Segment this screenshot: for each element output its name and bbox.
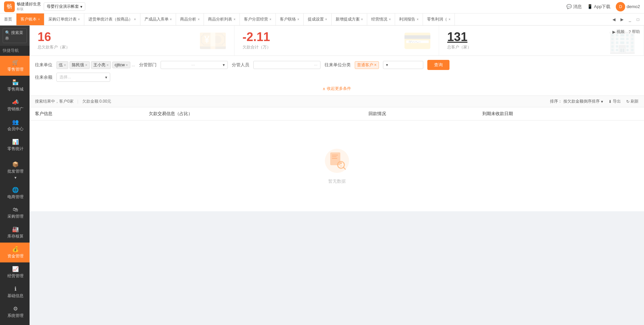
sidebar-item-retail-mgmt[interactable]: 🛒 零售管理	[0, 56, 30, 76]
video-btn[interactable]: ▶ 视频	[612, 29, 625, 35]
tab-product-analysis-list-close[interactable]: ×	[233, 17, 235, 21]
filter-tag-wang-remove[interactable]: ×	[106, 63, 109, 67]
tab-customer-contact[interactable]: 客户联络 ×	[276, 13, 304, 25]
sidebar-item-member[interactable]: 👥 会员中心	[0, 115, 30, 135]
user-name: demo2	[627, 4, 640, 9]
empty-state: 暂无数据	[30, 120, 644, 211]
logo-icon: 畅	[4, 1, 15, 12]
tab-customer-segment-close[interactable]: ×	[269, 17, 271, 21]
sidebar-item-enterprise-coop[interactable]: 🤝 企业协同	[0, 322, 30, 325]
filter-tag-cjttcw[interactable]: cjttcw ×	[112, 62, 130, 68]
sort-select[interactable]: 排序： 按欠款金额倒序排序 ▾	[550, 99, 603, 104]
sidebar-item-retail-mall[interactable]: 🏪 零售商城	[0, 76, 30, 96]
tab-purchase-stats-close[interactable]: ×	[134, 17, 136, 21]
tab-customer-contact-close[interactable]: ×	[297, 17, 299, 21]
filter-tag-wang[interactable]: 王小亮 ×	[91, 61, 111, 69]
category-select[interactable]: ▾	[383, 61, 423, 69]
filter-tag-wu[interactable]: 伍 ×	[56, 61, 68, 69]
sidebar-item-wholesale[interactable]: 📦 批发管理 ▾	[0, 158, 30, 183]
category-tag-remove[interactable]: ×	[374, 63, 377, 67]
tab-product-analysis-label: 商品分析	[180, 16, 196, 22]
stat-customers-bg-icon: 💴	[198, 27, 227, 55]
category-tag-normal[interactable]: 普通客户 ×	[355, 61, 379, 69]
tab-purchase-order-close[interactable]: ×	[78, 17, 80, 21]
system-icon: ⚙	[13, 305, 18, 312]
stat-total-debt-value: -2.11	[243, 31, 271, 43]
filter-tag-chen[interactable]: 陈民强 ×	[70, 61, 89, 69]
retail-stats-icon: 📊	[12, 139, 19, 145]
balance-select-placeholder: 选择...	[59, 74, 71, 80]
help-btn[interactable]: ? 帮助	[629, 29, 640, 35]
collapse-btn[interactable]: ∧ 收起更多条件	[35, 84, 639, 93]
sidebar-item-system[interactable]: ⚙ 系统管理	[0, 302, 30, 322]
sidebar-quick-nav[interactable]: 快捷导航	[0, 46, 30, 56]
sidebar-item-operations-mgmt[interactable]: 📈 经营管理	[0, 262, 30, 282]
sidebar-item-marketing[interactable]: 📣 营销推广	[0, 96, 30, 115]
tab-customer-book[interactable]: 客户账本 ×	[16, 13, 44, 25]
filter-tag-wu-remove[interactable]: ×	[64, 63, 66, 67]
table-header: 客户信息 欠款交易信息（占比） 回款情况 到期未收款日期	[30, 107, 644, 120]
operations-mgmt-icon: 📈	[12, 266, 19, 272]
stat-total-debt-label: 欠款合计（万）	[243, 44, 271, 50]
tab-operations-close[interactable]: ×	[389, 17, 391, 21]
tab-product-in[interactable]: 产成品入库单 ×	[140, 13, 176, 25]
account-selector[interactable]: 母婴行业演示帐套 ▾	[44, 2, 85, 11]
sidebar-item-finance[interactable]: 💰 资金管理	[0, 243, 30, 262]
empty-text: 暂无数据	[328, 178, 346, 184]
export-label: 导出	[613, 99, 621, 104]
tab-retail-profit-close[interactable]: ×	[448, 17, 450, 21]
tab-nav-prev[interactable]: ◀	[610, 16, 617, 23]
tab-customer-segment[interactable]: 客户分层经营 ×	[240, 13, 276, 25]
category-filter-label: 往来单位分类	[325, 62, 351, 68]
balance-select[interactable]: 选择... ▾	[56, 73, 110, 82]
sidebar-item-inventory[interactable]: 🏭 库存核算	[0, 223, 30, 243]
tab-purchase-stats[interactable]: 进货单统计表（按商品） ×	[84, 13, 140, 25]
tab-product-analysis-list[interactable]: 商品分析列表 ×	[204, 13, 240, 25]
retail-mgmt-icon: 🛒	[12, 59, 19, 66]
filter-more-units[interactable]: ...	[132, 63, 135, 67]
tab-new-raise-plan-close[interactable]: ×	[361, 17, 363, 21]
person-select[interactable]: ···	[253, 61, 320, 69]
content-area: 16 总欠款客户（家） 💴 -2.11 欠款合计（万） 💳	[30, 26, 644, 325]
refresh-btn[interactable]: ↻ 刷新	[626, 99, 639, 104]
tab-retail-profit-label: 零售利润（	[427, 16, 447, 22]
app-download-btn[interactable]: 📱 App下载	[587, 4, 610, 10]
tab-profit-report-close[interactable]: ×	[417, 17, 419, 21]
refresh-label: 刷新	[631, 99, 639, 104]
search-menu-btn[interactable]: 🔍 搜索菜单	[3, 28, 27, 43]
sidebar-item-retail-stats[interactable]: 📊 零售统计	[0, 135, 30, 155]
stat-total-customers-info: 16 总欠款客户（家）	[38, 31, 70, 50]
person-select-dots: ···	[314, 63, 317, 67]
sidebar-item-basic-info[interactable]: ℹ 基础信息	[0, 282, 30, 302]
tab-home[interactable]: 首页	[0, 13, 16, 25]
filter-tag-chen-remove[interactable]: ×	[85, 63, 87, 67]
tab-minimize[interactable]: _	[627, 16, 633, 23]
tab-product-analysis[interactable]: 商品分析 ×	[176, 13, 204, 25]
tab-retail-profit[interactable]: 零售利润（ ×	[423, 13, 455, 25]
finance-icon: 💰	[12, 246, 19, 252]
tab-product-analysis-close[interactable]: ×	[198, 17, 200, 21]
export-btn[interactable]: ⬇ 导出	[608, 99, 621, 104]
tab-product-in-close[interactable]: ×	[170, 17, 172, 21]
sidebar-item-ecommerce[interactable]: 🌐 电商管理	[0, 183, 30, 203]
col-customer-info: 客户信息	[30, 107, 143, 120]
tab-profit-report[interactable]: 利润报告 ×	[395, 13, 423, 25]
tab-operations[interactable]: 经营情况 ×	[367, 13, 395, 25]
query-button[interactable]: 查询	[427, 60, 449, 70]
tab-raise-settings-close[interactable]: ×	[325, 17, 327, 21]
tab-new-raise-plan[interactable]: 新增提成方案 ×	[332, 13, 368, 25]
tab-maximize[interactable]: □	[635, 16, 641, 23]
filter-tag-cjttcw-remove[interactable]: ×	[126, 63, 128, 67]
message-btn[interactable]: 💬 消息	[566, 4, 582, 10]
category-select-arrow: ▾	[386, 63, 388, 67]
svg-point-7	[340, 162, 342, 164]
tab-purchase-order[interactable]: 采购订单统计表 ×	[44, 13, 84, 25]
dept-select[interactable]: ··· ▾	[161, 61, 228, 69]
tab-nav-next[interactable]: ▶	[618, 16, 625, 23]
tab-raise-settings[interactable]: 提成设置 ×	[304, 13, 332, 25]
user-profile[interactable]: D demo2	[616, 2, 640, 11]
col-overdue-date: 到期未收款日期	[477, 107, 644, 120]
tab-customer-book-close[interactable]: ×	[38, 17, 40, 21]
tab-customer-contact-label: 客户联络	[280, 16, 296, 22]
sidebar-item-purchase[interactable]: 🛍 采购管理	[0, 203, 30, 223]
